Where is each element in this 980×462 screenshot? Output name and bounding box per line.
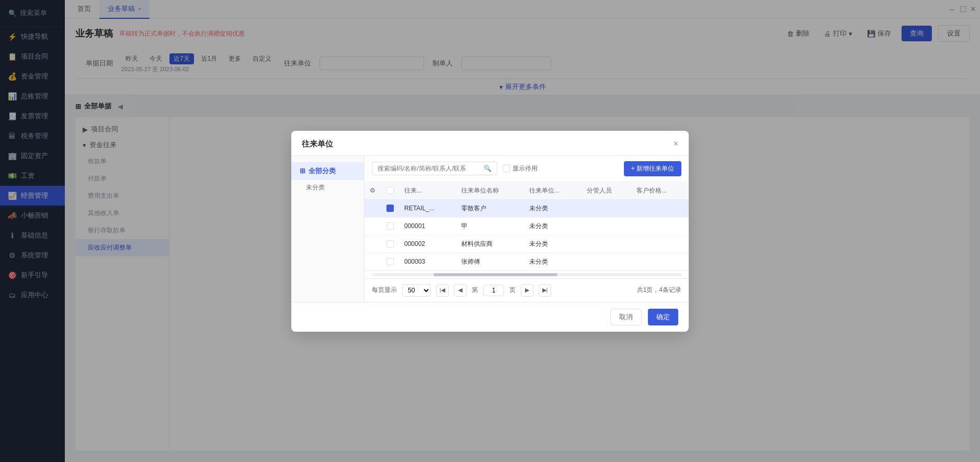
row-category: 未分类 xyxy=(524,217,582,235)
page-label: 第 xyxy=(472,286,478,295)
page-number-input[interactable] xyxy=(483,285,504,296)
modal-close-button[interactable]: × xyxy=(674,139,678,149)
modal-sidebar-uncategorized[interactable]: 未分类 xyxy=(291,180,364,195)
show-disabled-label: 显示停用 xyxy=(512,164,538,173)
row-settings xyxy=(364,253,381,271)
modal-sidebar-all-label: 全部分类 xyxy=(309,166,336,176)
last-page-button[interactable]: ▶| xyxy=(539,284,551,297)
row-code: RETAIL_... xyxy=(399,199,456,217)
row-code: 000003 xyxy=(399,253,456,271)
grid-icon-modal: ⊞ xyxy=(300,167,305,175)
row-name: 材料供应商 xyxy=(456,235,523,253)
modal-footer: 取消 确定 xyxy=(291,302,689,332)
per-page-select[interactable]: 50 10 20 100 xyxy=(402,284,431,297)
modal-search-wrapper: 🔍 xyxy=(372,162,497,175)
modal-pagination: 每页显示 50 10 20 100 |◀ ◀ 第 页 ▶ ▶| 共1页，4条记录 xyxy=(364,278,689,302)
table-row[interactable]: 000003 张师傅 未分类 xyxy=(364,253,689,271)
row-manager xyxy=(582,235,632,253)
modal-search-input[interactable] xyxy=(378,165,481,172)
modal-title: 往来单位 xyxy=(302,139,333,149)
horizontal-scrollbar[interactable] xyxy=(372,273,681,276)
table-row[interactable]: 000002 材料供应商 未分类 xyxy=(364,235,689,253)
modal-backdrop[interactable]: 往来单位 × ⊞ 全部分类 未分类 🔍 xyxy=(0,0,980,462)
row-code: 000001 xyxy=(399,217,456,235)
col-category[interactable]: 往来单位... xyxy=(524,182,582,200)
row-code: 000002 xyxy=(399,235,456,253)
row-settings xyxy=(364,199,381,217)
row-settings xyxy=(364,217,381,235)
cancel-button[interactable]: 取消 xyxy=(610,309,642,325)
row-category: 未分类 xyxy=(524,253,582,271)
prev-page-button[interactable]: ◀ xyxy=(454,284,466,297)
first-page-button[interactable]: |◀ xyxy=(436,284,449,297)
page-suffix: 页 xyxy=(509,286,516,295)
row-price xyxy=(631,235,689,253)
row-name: 甲 xyxy=(456,217,523,235)
table-row[interactable]: RETAIL_... 零散客户 未分类 xyxy=(364,199,689,217)
scrollbar-thumb[interactable] xyxy=(434,273,557,276)
row-manager xyxy=(582,217,632,235)
row-price xyxy=(631,199,689,217)
modal-search-icon: 🔍 xyxy=(484,165,492,172)
row-manager xyxy=(582,199,632,217)
confirm-button[interactable]: 确定 xyxy=(648,309,678,325)
col-manager[interactable]: 分管人员 xyxy=(582,182,632,200)
total-info: 共1页，4条记录 xyxy=(637,286,681,295)
modal-body: ⊞ 全部分类 未分类 🔍 显示停用 + 新增往来单位 xyxy=(291,156,689,302)
col-settings[interactable]: ⚙ xyxy=(364,182,381,200)
table-body: RETAIL_... 零散客户 未分类 000001 甲 xyxy=(364,199,689,271)
row-price xyxy=(631,253,689,271)
row-checkbox[interactable] xyxy=(381,217,399,235)
col-price[interactable]: 客户价格... xyxy=(631,182,689,200)
per-page-label: 每页显示 xyxy=(372,286,397,295)
row-category: 未分类 xyxy=(524,235,582,253)
modal-header: 往来单位 × xyxy=(291,131,689,156)
modal-sidebar-all[interactable]: ⊞ 全部分类 xyxy=(291,162,364,180)
table-header: ⚙ 往来... 往来单位名称 往来单位... 分管人员 客户价格... xyxy=(364,182,689,200)
counterpart-modal: 往来单位 × ⊞ 全部分类 未分类 🔍 xyxy=(291,131,689,332)
col-name[interactable]: 往来单位名称 xyxy=(456,182,523,200)
next-page-button[interactable]: ▶ xyxy=(521,284,533,297)
row-checkbox[interactable] xyxy=(381,199,399,217)
modal-table: ⚙ 往来... 往来单位名称 往来单位... 分管人员 客户价格... xyxy=(364,182,689,271)
modal-toolbar: 🔍 显示停用 + 新增往来单位 xyxy=(364,156,689,182)
row-price xyxy=(631,217,689,235)
row-name: 张师傅 xyxy=(456,253,523,271)
table-row[interactable]: 000001 甲 未分类 xyxy=(364,217,689,235)
col-code[interactable]: 往来... xyxy=(399,182,456,200)
col-checkbox[interactable] xyxy=(381,182,399,200)
row-name: 零散客户 xyxy=(456,199,523,217)
modal-content: 🔍 显示停用 + 新增往来单位 ⚙ xyxy=(364,156,689,302)
row-category: 未分类 xyxy=(524,199,582,217)
counterpart-table: ⚙ 往来... 往来单位名称 往来单位... 分管人员 客户价格... xyxy=(364,182,689,271)
add-counterpart-button[interactable]: + 新增往来单位 xyxy=(624,161,681,176)
show-disabled-wrapper[interactable]: 显示停用 xyxy=(503,164,538,173)
row-checkbox[interactable] xyxy=(381,235,399,253)
row-checkbox[interactable] xyxy=(381,253,399,271)
row-manager xyxy=(582,253,632,271)
modal-sidebar: ⊞ 全部分类 未分类 xyxy=(291,156,364,302)
show-disabled-checkbox[interactable] xyxy=(503,165,510,172)
row-settings xyxy=(364,235,381,253)
